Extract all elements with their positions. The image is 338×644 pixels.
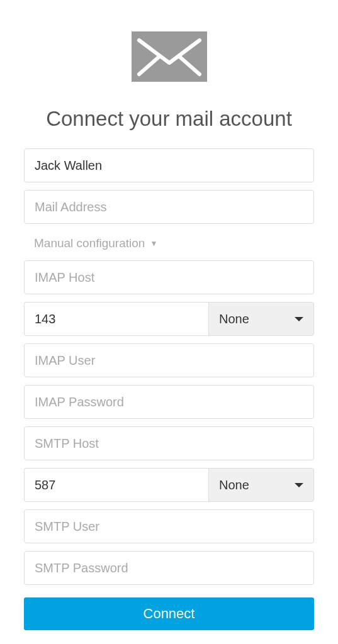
connect-button[interactable]: Connect <box>24 597 314 630</box>
imap-security-select[interactable]: None <box>208 302 314 336</box>
smtp-host-field[interactable] <box>24 426 314 460</box>
imap-host-field[interactable] <box>24 260 314 294</box>
mail-account-form: Manual configuration ▼ None None Connect <box>24 148 314 630</box>
smtp-password-field[interactable] <box>24 551 314 585</box>
smtp-security-select[interactable]: None <box>208 468 314 502</box>
imap-security-selected: None <box>219 312 249 326</box>
smtp-port-field[interactable] <box>24 468 208 502</box>
imap-user-field[interactable] <box>24 343 314 377</box>
chevron-down-icon <box>295 317 303 321</box>
manual-configuration-label: Manual configuration <box>34 236 145 250</box>
mail-address-field[interactable] <box>24 190 314 224</box>
smtp-security-selected: None <box>219 478 249 492</box>
caret-down-icon: ▼ <box>150 239 157 248</box>
imap-port-field[interactable] <box>24 302 208 336</box>
mail-icon <box>132 31 207 82</box>
smtp-port-row: None <box>24 468 314 502</box>
svg-rect-0 <box>132 31 207 82</box>
imap-port-row: None <box>24 302 314 336</box>
page-title: Connect your mail account <box>24 107 314 131</box>
chevron-down-icon <box>295 483 303 487</box>
smtp-user-field[interactable] <box>24 509 314 543</box>
mail-icon-container <box>24 31 314 82</box>
manual-configuration-toggle[interactable]: Manual configuration ▼ <box>24 231 314 253</box>
imap-password-field[interactable] <box>24 385 314 419</box>
name-field[interactable] <box>24 148 314 182</box>
